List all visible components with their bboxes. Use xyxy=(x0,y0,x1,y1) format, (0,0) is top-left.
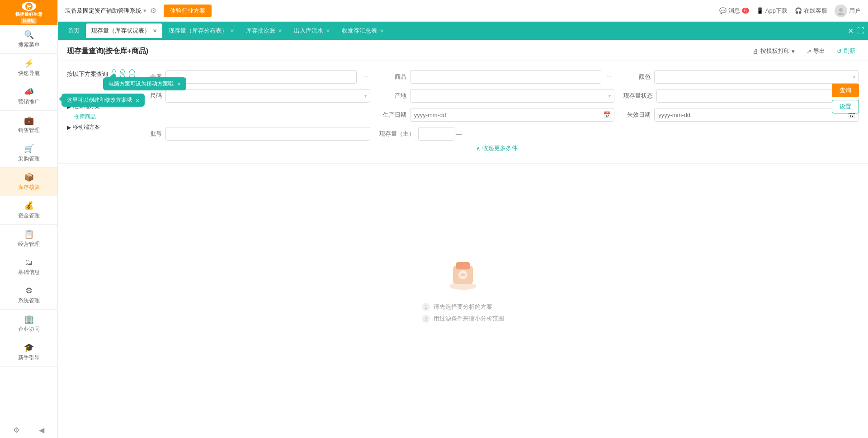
sidebar-item-finance[interactable]: 💰 资金管理 xyxy=(0,196,57,225)
page-title: 现存量查询(按仓库+商品) xyxy=(67,47,148,56)
tooltip-scheme1: 电脑方案可设为移动方案哦 × xyxy=(103,77,186,90)
system-name: 装备及固定资产辅助管理系统 xyxy=(65,7,142,15)
tabs-close-all-icon[interactable]: ✕ xyxy=(848,27,854,35)
sidebar-item-guide[interactable]: 🎓 新手引导 xyxy=(0,338,57,367)
tab-close-icon[interactable]: ✕ xyxy=(230,28,234,34)
batch-input[interactable] xyxy=(165,127,370,141)
goods-dots[interactable]: ··· xyxy=(605,73,614,81)
mfg-date-wrap: 📅 xyxy=(410,108,615,122)
sidebar-item-quicknav[interactable]: ⚡ 快速导航 xyxy=(0,54,57,82)
tab-close-icon[interactable]: ✕ xyxy=(278,28,282,34)
sidebar-item-label: 销售管理 xyxy=(18,127,40,134)
sidebar-item-system[interactable]: ⚙ 系统管理 xyxy=(0,281,57,310)
stock-status-select[interactable] xyxy=(656,89,859,103)
message-btn[interactable]: 💬 消息 6 xyxy=(719,7,749,15)
empty-hint-1: 1 请先选择要分析的方案 xyxy=(422,303,504,311)
stock-min-input[interactable] xyxy=(418,127,454,141)
origin-select[interactable] xyxy=(410,89,615,103)
top-header: 装备及固定资产辅助管理系统 ▾ ⚙ 体验行业方案 💬 消息 6 📱 App下载 … xyxy=(58,0,868,22)
tab-inventory-status[interactable]: 现存量（库存状况表） ✕ xyxy=(86,24,162,38)
export-btn[interactable]: ↗ 导出 xyxy=(803,45,829,57)
sidebar-item-label: 资金管理 xyxy=(18,212,40,220)
goods-label: 商品 xyxy=(379,73,406,81)
warehouse-dots[interactable]: ··· xyxy=(360,73,370,81)
goods-input[interactable] xyxy=(410,70,601,84)
industry-btn[interactable]: 体验行业方案 xyxy=(164,5,212,17)
settings-bottom-icon[interactable]: ⚙ xyxy=(13,426,19,434)
header-settings-icon[interactable]: ⚙ xyxy=(150,6,156,15)
tooltip1-close-icon[interactable]: × xyxy=(177,80,181,88)
sidebar-item-marketing[interactable]: 📣 营销推广 xyxy=(0,82,57,111)
support-label: 在线客服 xyxy=(804,7,827,15)
tab-close-icon[interactable]: ✕ xyxy=(380,28,384,34)
sidebar-item-enterprise[interactable]: 🏢 企业协同 xyxy=(0,310,57,338)
print-btn[interactable]: 🖨 按模板打印 ▾ xyxy=(749,45,798,57)
mobile-scheme-item[interactable]: ▶ 移动端方案 xyxy=(67,123,135,131)
sidebar-item-inventory[interactable]: 📦 库存核算 xyxy=(0,168,57,196)
sidebar-item-label: 企业协同 xyxy=(18,325,40,333)
tab-close-icon[interactable]: ✕ xyxy=(153,28,157,34)
tab-label: 收发存汇总表 xyxy=(342,27,377,35)
filter-mfg-date: 生产日期 📅 xyxy=(379,108,615,122)
hint-text-2: 用过滤条件来缩小分析范围 xyxy=(434,315,504,323)
collapse-filters-btn[interactable]: ∧ 收起更多条件 xyxy=(135,141,859,152)
scheme-sub-item[interactable]: 仓库商品 xyxy=(74,112,135,122)
sidebar-item-sales[interactable]: 💼 销售管理 xyxy=(0,111,57,139)
tab-flow[interactable]: 出入库流水 ✕ xyxy=(288,24,335,38)
print-label: 按模板打印 xyxy=(760,47,790,55)
warehouse-input[interactable] xyxy=(165,70,357,84)
sidebar-item-search[interactable]: 🔍 搜索菜单 xyxy=(0,25,57,54)
size-select[interactable] xyxy=(165,89,370,103)
batch-label: 批号 xyxy=(135,130,162,138)
filter-stock-main: 现存量（主） — xyxy=(379,127,615,141)
tab-home[interactable]: 首页 xyxy=(61,27,86,35)
search-icon: 🔍 xyxy=(24,30,34,40)
finance-icon: 💰 xyxy=(24,201,34,211)
mfg-date-label: 生产日期 xyxy=(379,111,406,119)
app-download-btn[interactable]: 📱 App下载 xyxy=(756,7,788,15)
logo-text: 畅捷通好生意 xyxy=(15,12,42,17)
mfg-date-input[interactable] xyxy=(410,108,615,122)
page-actions: 🖨 按模板打印 ▾ ↗ 导出 ↺ 刷新 xyxy=(749,45,859,57)
exp-date-input[interactable] xyxy=(654,108,859,122)
filters-main: 仓库 ··· 商品 ··· 颜色 xyxy=(135,68,859,152)
filter-stock-status: 现存量状态 ▾ xyxy=(623,89,859,103)
tooltip2-text: 这里可以创建和修改方案哦 xyxy=(67,96,132,104)
app-icon: 📱 xyxy=(756,7,764,14)
marketing-icon: 📣 xyxy=(24,87,34,97)
sidebar-bottom: ⚙ ◀ xyxy=(0,422,57,438)
mfg-date-calendar-icon[interactable]: 📅 xyxy=(603,111,611,118)
color-label: 颜色 xyxy=(623,73,651,81)
tab-batch[interactable]: 库存批次账 ✕ xyxy=(241,24,288,38)
filter-section-top: 按以下方案查询 + ✎ ← 电脑方案可设为移动方案哦 × xyxy=(67,68,859,152)
tooltip2-close-icon[interactable]: × xyxy=(136,97,139,104)
sidebar-item-purchase[interactable]: 🛒 采购管理 xyxy=(0,139,57,168)
system-icon: ⚙ xyxy=(25,286,33,296)
system-dropdown-icon[interactable]: ▾ xyxy=(143,7,146,14)
guide-icon: 🎓 xyxy=(24,343,34,353)
query-btn[interactable]: 查询 xyxy=(832,84,859,97)
support-btn[interactable]: 🎧 在线客服 xyxy=(795,7,827,15)
tab-summary[interactable]: 收发存汇总表 ✕ xyxy=(336,24,389,38)
stock-status-label: 现存量状态 xyxy=(623,92,653,100)
tab-inventory-dist[interactable]: 现存量（库存分布表） ✕ xyxy=(163,24,240,38)
sidebar-item-label: 基础信息 xyxy=(18,268,40,276)
refresh-btn[interactable]: ↺ 刷新 xyxy=(833,45,859,57)
tabs-fullscreen-icon[interactable]: ⛶ xyxy=(857,27,864,35)
filter-size: 尺码 ▾ xyxy=(135,89,370,103)
sidebar-item-basic[interactable]: 🗂 基础信息 xyxy=(0,253,57,281)
tab-close-icon[interactable]: ✕ xyxy=(326,28,330,34)
support-icon: 🎧 xyxy=(795,7,802,14)
user-area[interactable]: 用户 xyxy=(835,5,861,17)
collapse-label: 收起更多条件 xyxy=(482,144,518,152)
collapse-chevron-icon: ∧ xyxy=(476,145,481,152)
collapse-sidebar-icon[interactable]: ◀ xyxy=(39,426,44,434)
reset-btn[interactable]: 设置 xyxy=(832,100,859,113)
sales-icon: 💼 xyxy=(24,115,34,125)
color-select[interactable] xyxy=(654,70,859,84)
sidebar-item-operation[interactable]: 📋 经营管理 xyxy=(0,225,57,253)
export-icon: ↗ xyxy=(807,48,811,55)
scheme-panel: 按以下方案查询 + ✎ ← 电脑方案可设为移动方案哦 × xyxy=(67,68,135,133)
operation-icon: 📋 xyxy=(24,229,34,239)
inventory-icon: 📦 xyxy=(24,172,34,182)
